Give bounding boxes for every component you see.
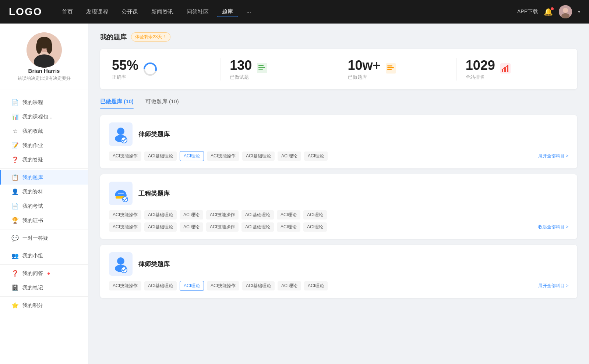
tag[interactable]: ACI基础理论	[144, 210, 177, 220]
list-green-icon	[256, 62, 268, 76]
tag[interactable]: ACI基础理论	[241, 210, 274, 220]
sidebar-item-7[interactable]: 📄 我的考试	[0, 199, 88, 213]
tag[interactable]: ACI理论	[180, 210, 203, 220]
tag[interactable]: ACI理论	[277, 222, 300, 232]
qbank-title-1: 律师类题库	[138, 130, 170, 139]
tab-done-banks[interactable]: 已做题库 (10)	[100, 98, 134, 109]
stat-value-bank: 10w+	[348, 58, 381, 73]
stat-value-questions: 130	[230, 58, 252, 73]
page-title: 我的题库	[100, 33, 127, 42]
tag[interactable]: ACI理论	[304, 281, 328, 290]
stat-questions-done: 130 已做试题	[230, 58, 339, 81]
avatar[interactable]	[559, 5, 572, 18]
qbank-card-lawyer-1: 律师类题库 ACI技能操作 ACI基础理论 ACI理论 ACI技能操作 ACI基…	[100, 115, 577, 168]
svg-rect-18	[387, 67, 394, 68]
sidebar-item-8[interactable]: 🏆 我的证书	[0, 213, 88, 228]
expand-link-1[interactable]: 展开全部科目 >	[538, 153, 568, 159]
nav-item-···[interactable]: ···	[241, 7, 256, 17]
sidebar-menu: 📄 我的课程 📊 我的课程包... ☆ 我的收藏 📝 我的作业 ❓ 我的答疑 📋…	[0, 92, 88, 315]
tag[interactable]: ACI理论	[303, 210, 327, 220]
tag[interactable]: ACI理论	[278, 281, 301, 290]
svg-rect-29	[118, 193, 124, 194]
svg-rect-14	[258, 67, 265, 68]
top-navigation: LOGO 首页发现课程公开课新闻资讯问答社区题库··· APP下载 🔔 ▾	[0, 0, 589, 24]
tag[interactable]: ACI理论	[303, 222, 327, 232]
notification-bell[interactable]: 🔔	[544, 7, 553, 16]
tag[interactable]: ACI技能操作	[109, 151, 141, 161]
sidebar-profile: Brian Harris 错误的决定比没有决定要好	[0, 32, 88, 89]
sidebar-item-12[interactable]: 📓 我的笔记	[0, 281, 88, 295]
tags-row-2b: ACI技能操作 ACI基础理论 ACI理论 ACI技能操作 ACI基础理论 AC…	[109, 222, 568, 232]
logo[interactable]: LOGO	[9, 6, 42, 18]
nav-item-公开课[interactable]: 公开课	[116, 7, 143, 17]
sidebar-item-2[interactable]: ☆ 我的收藏	[0, 124, 88, 138]
sidebar-item-10[interactable]: 👥 我的小组	[0, 249, 88, 263]
svg-point-11	[147, 66, 153, 72]
nav-item-新闻资讯[interactable]: 新闻资讯	[146, 7, 179, 17]
svg-rect-15	[258, 69, 263, 70]
sidebar-item-6[interactable]: 👤 我的资料	[0, 185, 88, 199]
sidebar-label-4: 我的答疑	[22, 157, 43, 163]
expand-link-3[interactable]: 展开全部科目 >	[538, 283, 568, 289]
sidebar-icon-9: 💬	[11, 235, 19, 242]
main-content: 我的题库 体验剩余23天！ 55% 正确率	[88, 24, 589, 364]
sidebar-label-5: 我的题库	[22, 174, 43, 181]
collapse-link-2[interactable]: 收起全部科目 >	[538, 224, 568, 230]
sidebar-item-1[interactable]: 📊 我的课程包...	[0, 110, 88, 124]
sidebar-item-5[interactable]: 📋 我的题库	[0, 170, 88, 185]
stat-value-correct: 55%	[112, 58, 138, 73]
profile-avatar[interactable]	[27, 32, 62, 68]
tag[interactable]: ACI技能操作	[109, 210, 141, 220]
chart-red-icon	[500, 63, 511, 76]
avatar-chevron-icon[interactable]: ▾	[578, 9, 580, 14]
tag[interactable]: ACI基础理论	[144, 151, 177, 161]
nav-item-题库[interactable]: 题库	[217, 7, 238, 17]
svg-point-24	[117, 128, 124, 135]
notification-dot	[551, 7, 554, 10]
tag-active[interactable]: ACI理论	[180, 281, 204, 291]
page-header: 我的题库 体验剩余23天！	[100, 32, 577, 42]
app-download-link[interactable]: APP下载	[517, 8, 538, 15]
sidebar-icon-4: ❓	[11, 156, 19, 163]
stat-label-bank: 已做题库	[348, 74, 381, 81]
nav-item-发现课程[interactable]: 发现课程	[81, 7, 113, 17]
tab-available-banks[interactable]: 可做题库 (10)	[145, 98, 179, 109]
tags-row-3: ACI技能操作 ACI基础理论 ACI理论 ACI技能操作 ACI基础理论 AC…	[109, 281, 568, 291]
sidebar-item-9[interactable]: 💬 一对一答疑	[0, 231, 88, 245]
tag[interactable]: ACI理论	[304, 151, 328, 161]
divider	[0, 168, 88, 169]
sidebar-item-4[interactable]: ❓ 我的答疑	[0, 153, 88, 167]
tabs-row: 已做题库 (10) 可做题库 (10)	[100, 98, 577, 109]
tag[interactable]: ACI基础理论	[241, 222, 274, 232]
svg-rect-17	[387, 65, 392, 67]
nav-right: APP下载 🔔 ▾	[517, 5, 580, 18]
sidebar-item-3[interactable]: 📝 我的作业	[0, 138, 88, 153]
sidebar-item-11[interactable]: ❓ 我的问答	[0, 266, 88, 281]
tag[interactable]: ACI基础理论	[242, 281, 275, 290]
tag[interactable]: ACI技能操作	[109, 281, 141, 290]
tag[interactable]: ACI基础理论	[242, 151, 275, 161]
nav-item-首页[interactable]: 首页	[57, 7, 78, 17]
tag-active[interactable]: ACI理论	[180, 151, 204, 161]
divider	[0, 229, 88, 229]
tag[interactable]: ACI技能操作	[206, 210, 239, 220]
sidebar-item-13[interactable]: ⭐ 我的积分	[0, 298, 88, 313]
sidebar-label-2: 我的收藏	[22, 128, 43, 135]
nav-item-问答社区[interactable]: 问答社区	[181, 7, 214, 17]
tag[interactable]: ACI基础理论	[144, 222, 177, 232]
tag[interactable]: ACI技能操作	[207, 151, 239, 161]
tag[interactable]: ACI基础理论	[144, 281, 177, 290]
tag[interactable]: ACI理论	[180, 222, 203, 232]
sidebar-item-0[interactable]: 📄 我的课程	[0, 95, 88, 110]
svg-rect-16	[386, 63, 396, 74]
qbank-title-2: 工程类题库	[138, 189, 170, 198]
pie-chart-icon	[143, 62, 158, 76]
sidebar-label-13: 我的积分	[22, 302, 43, 309]
nav-menu: 首页发现课程公开课新闻资讯问答社区题库···	[57, 7, 517, 17]
tag[interactable]: ACI理论	[278, 151, 301, 161]
tag[interactable]: ACI理论	[277, 210, 300, 220]
sidebar-icon-6: 👤	[11, 188, 19, 195]
tag[interactable]: ACI技能操作	[109, 222, 141, 232]
tag[interactable]: ACI技能操作	[207, 281, 239, 290]
tag[interactable]: ACI技能操作	[206, 222, 239, 232]
